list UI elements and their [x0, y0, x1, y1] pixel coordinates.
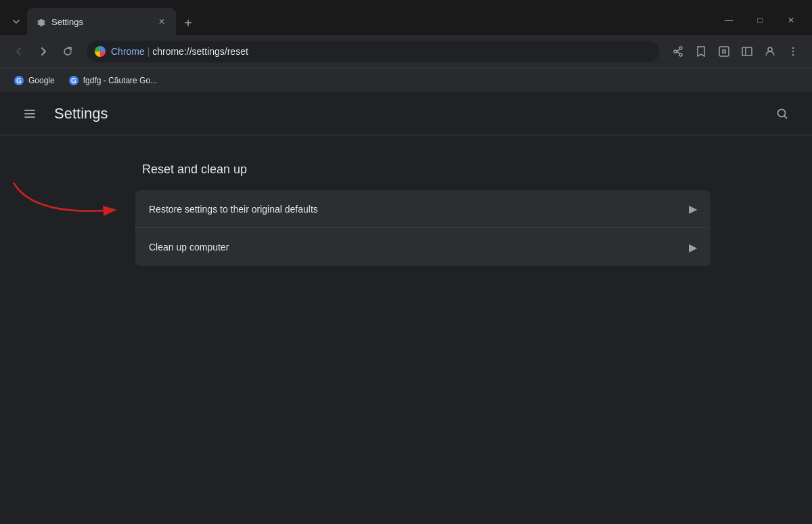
maximize-button[interactable]: □	[744, 9, 775, 31]
window-controls: — □ ✕	[713, 9, 807, 31]
address-favicon	[95, 46, 106, 57]
forward-button[interactable]	[32, 41, 54, 62]
new-tab-button[interactable]: +	[179, 14, 198, 32]
cleanup-computer-label: Clean up computer	[149, 242, 689, 253]
google-favicon: G	[14, 75, 24, 86]
svg-rect-0	[719, 47, 729, 56]
svg-text:G: G	[71, 77, 76, 85]
settings-search-button[interactable]	[769, 100, 796, 127]
svg-point-11	[778, 109, 786, 116]
share-button[interactable]	[667, 41, 689, 62]
reload-button[interactable]	[57, 41, 78, 62]
content-area: Settings Reset and clean up Restore sett…	[0, 92, 812, 524]
bookmark-button[interactable]	[690, 41, 712, 62]
minimize-button[interactable]: —	[713, 9, 744, 31]
settings-body: Reset and clean up Restore settings to t…	[0, 135, 812, 524]
bookmarks-bar: G Google G fgdfg - Căutare Go...	[0, 68, 812, 92]
svg-point-6	[792, 54, 794, 56]
section-title: Reset and clean up	[135, 162, 812, 177]
tab-list-chevron[interactable]	[5, 11, 27, 32]
svg-text:G: G	[16, 77, 22, 85]
arrow-annotation	[7, 176, 129, 230]
bookmark-google-label: Google	[28, 76, 55, 85]
svg-point-4	[792, 47, 794, 49]
restore-defaults-chevron: ▶	[689, 202, 697, 215]
tab-title: Settings	[51, 17, 150, 27]
toolbar-actions	[667, 41, 804, 62]
tab-favicon	[35, 16, 46, 27]
address-bar[interactable]: Chrome | chrome://settings/reset	[87, 41, 659, 62]
menu-button[interactable]	[782, 41, 804, 62]
bookmark-fgdfg-label: fgdfg - Căutare Go...	[83, 76, 157, 85]
fgdfg-favicon: G	[68, 75, 79, 86]
bookmark-google[interactable]: G Google	[8, 72, 60, 89]
browser-toolbar: Chrome | chrome://settings/reset	[0, 35, 812, 68]
svg-point-3	[768, 47, 772, 51]
profile-button[interactable]	[759, 41, 781, 62]
close-button[interactable]: ✕	[775, 9, 807, 31]
back-button[interactable]	[8, 41, 30, 62]
restore-defaults-label: Restore settings to their original defau…	[149, 204, 689, 215]
active-tab[interactable]: Settings ✕	[27, 8, 176, 35]
hamburger-menu-button[interactable]	[16, 100, 43, 127]
tab-close-button[interactable]: ✕	[156, 16, 168, 28]
restore-defaults-item[interactable]: Restore settings to their original defau…	[135, 190, 710, 228]
chrome-logo-icon	[95, 46, 106, 57]
settings-header: Settings	[0, 92, 812, 135]
extensions-button[interactable]	[713, 41, 735, 62]
bookmark-fgdfg[interactable]: G fgdfg - Căutare Go...	[63, 72, 162, 89]
sidebar-button[interactable]	[736, 41, 758, 62]
svg-rect-1	[742, 47, 752, 56]
address-text: Chrome | chrome://settings/reset	[111, 46, 651, 57]
settings-list: Restore settings to their original defau…	[135, 190, 710, 266]
title-bar: Settings ✕ + — □ ✕	[0, 0, 812, 35]
cleanup-computer-item[interactable]: Clean up computer ▶	[135, 228, 710, 266]
settings-page: Settings Reset and clean up Restore sett…	[0, 92, 812, 524]
page-title: Settings	[54, 105, 758, 123]
address-brand: Chrome	[111, 46, 145, 57]
cleanup-computer-chevron: ▶	[689, 241, 697, 254]
svg-point-5	[792, 51, 794, 52]
